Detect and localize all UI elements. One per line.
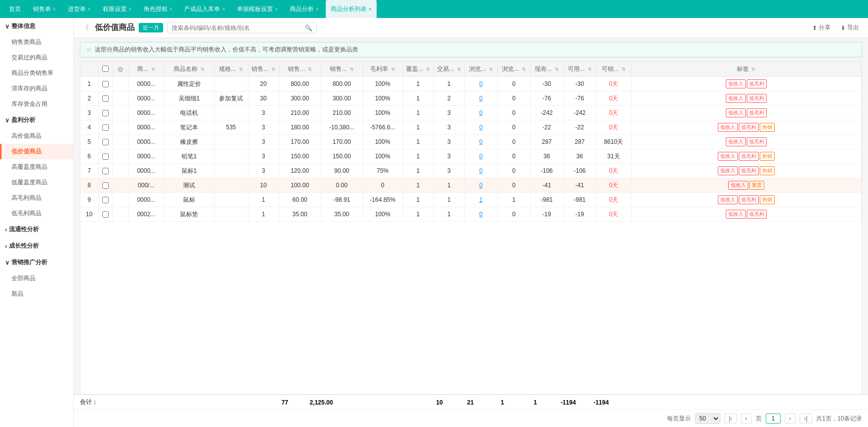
table-row: 5 0000... 橡皮擦 3 170.00 170.00 100% 1 3 0… [80, 135, 862, 149]
cell-browse1: 0 [464, 77, 497, 91]
browse-link[interactable]: 0 [479, 124, 483, 131]
sidebar-item-high-margin[interactable]: 高毛利商品 [0, 190, 73, 206]
nav-close-roles[interactable]: × [170, 6, 173, 12]
cell-check [98, 178, 112, 193]
nav-close-inbound[interactable]: × [222, 6, 225, 12]
browse-link[interactable]: 0 [479, 80, 483, 87]
cell-gross: 0 [363, 178, 403, 193]
nav-permissions[interactable]: 权限设置 × [98, 0, 137, 18]
browse-link[interactable]: 0 [479, 153, 483, 160]
browse-link[interactable]: 1 [479, 196, 483, 203]
nav-product-analysis-list[interactable]: 商品分析列表 × [326, 0, 377, 18]
sidebar-item-stock-capital[interactable]: 库存资金占用 [0, 96, 73, 112]
sidebar-group-growth[interactable]: › 成长性分析 [0, 238, 73, 254]
sidebar-group-circulation[interactable]: › 流通性分析 [0, 221, 73, 238]
row-checkbox[interactable] [102, 81, 109, 87]
sidebar-item-high-value[interactable]: 高价值商品 [0, 128, 73, 144]
per-page-select[interactable]: 50 100 [695, 413, 720, 424]
row-checkbox[interactable] [102, 168, 109, 174]
cell-stock1: 287 [530, 135, 563, 149]
sidebar-item-new-products[interactable]: 新品 [0, 286, 73, 302]
browse-link[interactable]: 0 [479, 182, 483, 189]
cell-stock1: -242 [530, 106, 563, 120]
total-info: 共1页，10条记录 [816, 415, 862, 423]
nav-template[interactable]: 单据模板设置 × [232, 0, 283, 18]
nav-close-sales[interactable]: × [53, 6, 56, 12]
current-page[interactable]: 1 [766, 414, 781, 424]
search-input[interactable] [172, 24, 303, 31]
nav-home[interactable]: 首页 [4, 0, 26, 18]
browse-link[interactable]: 0 [479, 109, 483, 116]
cell-gear [112, 149, 128, 164]
nav-close-permissions[interactable]: × [129, 6, 132, 12]
cell-stock2: 287 [563, 135, 596, 149]
settings-icon[interactable]: ⚙ [117, 65, 124, 73]
browse-link[interactable]: 0 [479, 138, 483, 145]
nav-roles[interactable]: 角色授权 × [139, 0, 178, 18]
next-page-btn[interactable]: › [785, 414, 796, 424]
sidebar-item-all-products[interactable]: 全部商品 [0, 271, 73, 286]
th-browse1: 浏览... ⇅ [464, 62, 497, 77]
cell-stock2: -106 [563, 164, 596, 178]
sidebar-group-profit[interactable]: ∨ 盈利分析 [0, 112, 73, 128]
sidebar-collapse-btn[interactable]: 《 [80, 22, 91, 33]
row-checkbox[interactable] [102, 182, 109, 189]
cell-sellable: 0天 [596, 77, 631, 91]
th-sales2: 销售... ⇅ [279, 62, 321, 77]
row-checkbox[interactable] [102, 124, 109, 131]
sidebar-group-marketing[interactable]: ∨ 营销推广分析 [0, 254, 73, 271]
nav-close-purchase[interactable]: × [88, 6, 91, 12]
cell-sales3: 150.00 [321, 149, 363, 164]
nav-close-template[interactable]: × [275, 6, 278, 12]
cell-browse2: 0 [497, 106, 530, 120]
info-text: 这部分商品的销售收入大幅低于商品平均销售收入，价值不高，可考虑调整营销策略，或是… [95, 45, 358, 54]
first-page-btn[interactable]: |‹ [724, 414, 737, 424]
sidebar-item-low-value[interactable]: 低价值商品 [0, 144, 73, 159]
sidebar-item-traded-products[interactable]: 交易过的商品 [0, 50, 73, 65]
row-checkbox[interactable] [102, 95, 109, 102]
row-checkbox[interactable] [102, 153, 109, 160]
cell-browse2: 0 [497, 164, 530, 178]
th-stock1: 现有... ⇅ [530, 62, 563, 77]
cell-sales2: 35.00 [279, 207, 321, 222]
prev-page-btn[interactable]: ‹ [741, 414, 752, 424]
row-checkbox[interactable] [102, 197, 109, 203]
nav-close-product-analysis-list[interactable]: × [369, 6, 372, 12]
search-icon[interactable]: 🔍 [305, 24, 312, 31]
last-page-btn[interactable]: ›| [800, 414, 812, 424]
cell-tags: 低收入低毛利 [631, 106, 862, 120]
sidebar-item-sales-products[interactable]: 销售类商品 [0, 34, 73, 50]
nav-sales[interactable]: 销售单 × [28, 0, 61, 18]
nav-purchase[interactable]: 进货单 × [63, 0, 96, 18]
browse-link[interactable]: 0 [479, 95, 483, 102]
export-btn[interactable]: ⬇ 导出 [838, 22, 862, 33]
cell-check [98, 135, 112, 149]
row-checkbox[interactable] [102, 139, 109, 145]
row-checkbox[interactable] [102, 211, 109, 218]
th-check[interactable] [98, 62, 112, 77]
cell-stock2: -981 [563, 193, 596, 207]
select-all-checkbox[interactable] [102, 65, 109, 72]
sidebar-item-low-margin[interactable]: 低毛利商品 [0, 206, 73, 221]
table-container: ⚙ 商... ⇅ 商品名称 ⇅ 规格... ⇅ 销售... ⇅ 销售... ⇅ … [80, 61, 862, 395]
cell-gear [112, 178, 128, 193]
time-tag-btn[interactable]: 近一月 [139, 23, 163, 32]
nav-product-analysis[interactable]: 商品分析 × [285, 0, 324, 18]
sidebar-item-high-coverage[interactable]: 高覆盖度商品 [0, 159, 73, 175]
cell-sales1: 3 [248, 164, 279, 178]
page-word: 页 [756, 415, 762, 423]
sidebar-group-overall[interactable]: ∨ 整体信息 [0, 18, 73, 34]
browse-link[interactable]: 0 [479, 211, 483, 218]
browse-link[interactable]: 0 [479, 167, 483, 174]
nav-inbound[interactable]: 产成品入库单 × [179, 0, 230, 18]
row-checkbox[interactable] [102, 110, 109, 116]
cell-sellable: 8610天 [596, 135, 631, 149]
sidebar-item-category-sales-rate[interactable]: 商品分类销售率 [0, 65, 73, 81]
sidebar-item-slow-stock[interactable]: 滞库存的商品 [0, 81, 73, 96]
cell-sellable: 0天 [596, 91, 631, 106]
search-box: 🔍 [167, 22, 317, 33]
share-btn[interactable]: ⬆ 分享 [809, 22, 834, 33]
th-name: 商品名称 ⇅ [164, 62, 214, 77]
sidebar-item-low-coverage[interactable]: 低覆盖度商品 [0, 175, 73, 190]
nav-close-product-analysis[interactable]: × [316, 6, 319, 12]
